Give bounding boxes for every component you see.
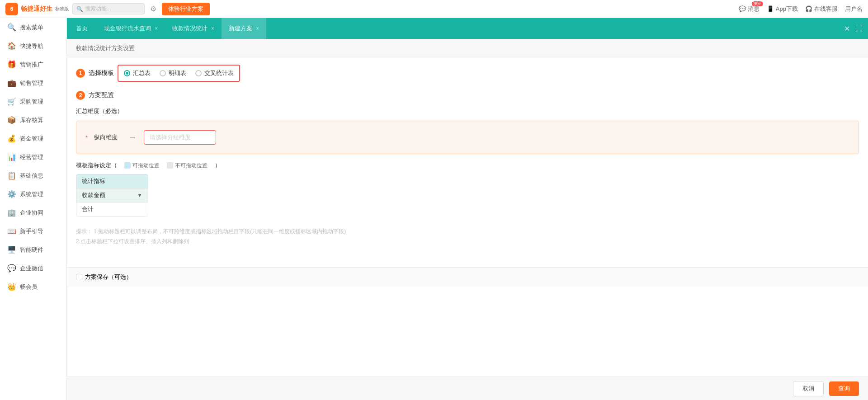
sidebar-item-corp[interactable]: 🏢 企业协同 bbox=[0, 203, 66, 222]
save-option-label: 方案保存（可选） bbox=[85, 273, 132, 281]
system-icon: ⚙️ bbox=[7, 190, 16, 198]
wechat-icon: 💬 bbox=[7, 264, 16, 273]
radio-detail[interactable]: 明细表 bbox=[160, 69, 186, 77]
sidebar-item-wechat[interactable]: 💬 企业微信 bbox=[0, 259, 66, 278]
save-checkbox[interactable] bbox=[76, 274, 82, 280]
search-placeholder: 搜索功能... bbox=[85, 5, 111, 13]
tip-text-2: 2.点击标题栏下拉可设置排序、插入列和删除列 bbox=[76, 237, 859, 247]
step2-title: 方案配置 bbox=[89, 91, 114, 99]
edition-badge: 标准版 bbox=[55, 6, 69, 12]
non-draggable-hint: 不可拖动位置 bbox=[167, 162, 208, 169]
step2-header: 2 方案配置 bbox=[76, 91, 859, 100]
sidebar-item-quick-nav[interactable]: 🏠 快捷导航 bbox=[0, 37, 66, 55]
search-menu-icon: 🔍 bbox=[7, 23, 16, 32]
sidebar-label-sales: 销售管理 bbox=[20, 79, 43, 87]
sidebar-item-inventory[interactable]: 📦 库存核算 bbox=[0, 111, 66, 129]
sidebar-item-member[interactable]: 👑 畅会员 bbox=[0, 278, 66, 296]
step2-number: 2 bbox=[76, 91, 85, 100]
sidebar-item-guide[interactable]: 📖 新手引导 bbox=[0, 222, 66, 240]
sidebar-label-system: 系统管理 bbox=[20, 190, 43, 198]
tab-collection-stats[interactable]: 收款情况统计 × bbox=[165, 18, 222, 39]
app-download-button[interactable]: 📱 App下载 bbox=[767, 5, 798, 13]
step1-header: 1 选择模板 汇总表 bbox=[76, 65, 859, 82]
sidebar-label-guide: 新手引导 bbox=[20, 227, 43, 235]
draggable-label: 可拖动位置 bbox=[132, 162, 160, 169]
sidebar-item-basic-info[interactable]: 📋 基础信息 bbox=[0, 166, 66, 185]
radio-cross[interactable]: 交叉统计表 bbox=[195, 69, 234, 77]
top-bar: 6 畅捷通好生 标准版 🔍 搜索功能... ⚙ 体验行业方案 💬 消息 99+ … bbox=[0, 0, 868, 18]
tab-new-plan[interactable]: 新建方案 × bbox=[222, 18, 266, 39]
marketing-icon: 🎁 bbox=[7, 60, 16, 69]
support-label: 在线客服 bbox=[814, 5, 838, 13]
user-name: 用户名 bbox=[845, 5, 863, 13]
business-icon: 📊 bbox=[7, 153, 16, 161]
dim-input-box[interactable]: 请选择分组维度 bbox=[144, 130, 216, 145]
dimension-row: * 纵向维度 → 请选择分组维度 bbox=[85, 130, 849, 145]
sidebar-label-hardware: 智能硬件 bbox=[20, 246, 43, 254]
sidebar-item-hardware[interactable]: 🖥️ 智能硬件 bbox=[0, 240, 66, 259]
sidebar-item-sales[interactable]: 💼 销售管理 bbox=[0, 74, 66, 92]
section-content: 1 选择模板 汇总表 bbox=[67, 57, 868, 267]
tab-close-all-icon[interactable]: ✕ bbox=[842, 23, 852, 35]
tab-new-plan-label: 新建方案 bbox=[229, 24, 252, 33]
tab-home[interactable]: 首页 bbox=[67, 18, 97, 39]
indicator-table-header: 统计指标 bbox=[76, 174, 148, 188]
guide-icon: 📖 bbox=[7, 227, 16, 235]
radio-detail-label: 明细表 bbox=[169, 69, 186, 77]
required-star: * bbox=[85, 134, 88, 141]
sidebar-label-marketing: 营销推广 bbox=[20, 61, 43, 69]
sidebar-label-wechat: 企业微信 bbox=[20, 264, 43, 273]
sidebar-label-basic-info: 基础信息 bbox=[20, 172, 43, 180]
sidebar-item-purchase[interactable]: 🛒 采购管理 bbox=[0, 92, 66, 111]
tab-expand-icon[interactable]: ⛶ bbox=[854, 23, 864, 34]
stat-indicator-row[interactable]: 收款金额 ▼ bbox=[76, 188, 148, 202]
tips-section: 提示： 1.拖动标题栏可以调整布局，不可跨维度或指标区域拖动栏目字段(只能在同一… bbox=[76, 227, 859, 251]
trial-button[interactable]: 体验行业方案 bbox=[162, 3, 210, 15]
radio-cross-label: 交叉统计表 bbox=[204, 69, 234, 77]
radio-summary[interactable]: 汇总表 bbox=[124, 69, 151, 77]
logo-area: 6 畅捷通好生 标准版 bbox=[5, 3, 69, 15]
support-icon: 🎧 bbox=[805, 5, 812, 12]
tab-collection-stats-label: 收款情况统计 bbox=[172, 24, 208, 33]
quick-nav-icon: 🏠 bbox=[7, 42, 16, 50]
non-draggable-label: 不可拖动位置 bbox=[175, 162, 208, 169]
radio-detail-circle bbox=[160, 70, 166, 76]
tab-collection-stats-close[interactable]: × bbox=[211, 25, 214, 32]
step1-title: 选择模板 bbox=[89, 69, 114, 77]
dropdown-arrow-icon: ▼ bbox=[137, 192, 142, 198]
message-badge: 99+ bbox=[752, 1, 763, 6]
radio-summary-circle bbox=[124, 70, 130, 76]
non-draggable-dot bbox=[167, 162, 173, 169]
subtotal-row: 合计 bbox=[76, 202, 148, 216]
message-button[interactable]: 💬 消息 99+ bbox=[739, 5, 760, 13]
sidebar-label-search-menu: 搜索菜单 bbox=[20, 24, 43, 32]
sidebar: 🔍 搜索菜单 🏠 快捷导航 🎁 营销推广 💼 销售管理 🛒 采购管理 📦 bbox=[0, 18, 67, 400]
arrow-icon: → bbox=[128, 133, 137, 142]
inventory-icon: 📦 bbox=[7, 116, 16, 124]
download-icon: 📱 bbox=[767, 5, 774, 12]
top-search-bar[interactable]: 🔍 搜索功能... bbox=[72, 3, 145, 14]
support-button[interactable]: 🎧 在线客服 bbox=[805, 5, 838, 13]
sidebar-item-marketing[interactable]: 🎁 营销推广 bbox=[0, 55, 66, 74]
sidebar-label-member: 畅会员 bbox=[20, 283, 38, 291]
tab-bank-flow-close[interactable]: × bbox=[155, 25, 158, 32]
capital-icon: 💰 bbox=[7, 134, 16, 143]
dimension-area: * 纵向维度 → 请选择分组维度 bbox=[76, 121, 859, 154]
step1-number: 1 bbox=[76, 69, 85, 78]
main-content: 收款情况统计方案设置 1 选择模板 bbox=[67, 39, 868, 376]
top-bar-right: 💬 消息 99+ 📱 App下载 🎧 在线客服 用户名 bbox=[739, 5, 863, 13]
gear-icon[interactable]: ⚙ bbox=[148, 5, 158, 13]
sidebar-item-system[interactable]: ⚙️ 系统管理 bbox=[0, 185, 66, 203]
sidebar-label-inventory: 库存核算 bbox=[20, 116, 43, 124]
member-icon: 👑 bbox=[7, 282, 16, 291]
sidebar-item-business[interactable]: 📊 经营管理 bbox=[0, 148, 66, 166]
tab-new-plan-close[interactable]: × bbox=[256, 25, 259, 32]
cancel-button[interactable]: 取消 bbox=[793, 381, 824, 396]
sales-icon: 💼 bbox=[7, 79, 16, 87]
query-button[interactable]: 查询 bbox=[829, 381, 859, 396]
step1-section: 1 选择模板 汇总表 bbox=[76, 65, 859, 82]
indicator-title-text: 模板指标设定（ bbox=[76, 162, 117, 169]
sidebar-item-search-menu[interactable]: 🔍 搜索菜单 bbox=[0, 18, 66, 37]
sidebar-item-capital[interactable]: 💰 资金管理 bbox=[0, 129, 66, 148]
tab-bank-flow[interactable]: 现金银行流水查询 × bbox=[97, 18, 165, 39]
